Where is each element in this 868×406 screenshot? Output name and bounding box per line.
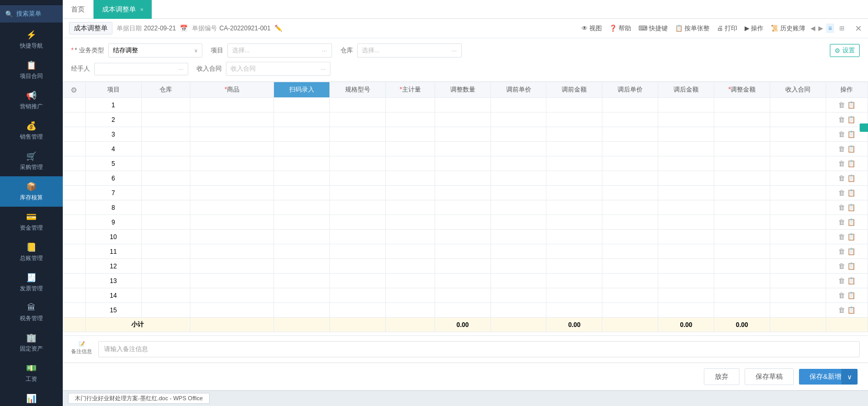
row-after-amount-cell-9[interactable] bbox=[658, 215, 714, 230]
row-warehouse-cell-1[interactable] bbox=[141, 98, 190, 112]
row-before-amount-cell-8[interactable] bbox=[546, 200, 602, 215]
row-delete-icon-9[interactable]: 🗑 bbox=[838, 218, 845, 226]
row-adj-qty-cell-3[interactable] bbox=[435, 127, 490, 142]
row-scan-cell-14[interactable] bbox=[274, 288, 330, 303]
row-after-amount-cell-7[interactable] bbox=[658, 186, 714, 200]
row-after-price-cell-9[interactable] bbox=[602, 215, 658, 230]
row-project-cell-10[interactable]: 10 bbox=[85, 230, 141, 244]
row-before-amount-cell-1[interactable] bbox=[546, 98, 602, 112]
row-warehouse-cell-13[interactable] bbox=[141, 274, 190, 288]
row-before-amount-cell-10[interactable] bbox=[546, 230, 602, 244]
toolbar-review-btn[interactable]: 📋 按单张整 bbox=[673, 23, 712, 34]
sidebar-item-inventory[interactable]: 📦 库存核算 bbox=[0, 176, 63, 207]
row-adj-qty-cell-5[interactable] bbox=[435, 156, 490, 171]
row-product-cell-5[interactable] bbox=[190, 156, 274, 171]
row-copy-icon-6[interactable]: 📋 bbox=[847, 174, 855, 182]
row-after-amount-cell-12[interactable] bbox=[658, 259, 714, 274]
row-unit-cell-8[interactable] bbox=[386, 200, 435, 215]
row-after-price-cell-7[interactable] bbox=[602, 186, 658, 200]
row-adj-amount-cell-12[interactable] bbox=[714, 259, 770, 274]
row-income-contract-cell-3[interactable] bbox=[770, 127, 826, 142]
sidebar-item-invoice[interactable]: 🧾 发票管理 bbox=[0, 267, 63, 298]
row-unit-cell-6[interactable] bbox=[386, 171, 435, 186]
row-delete-icon-1[interactable]: 🗑 bbox=[838, 101, 845, 109]
row-adj-qty-cell-9[interactable] bbox=[435, 215, 490, 230]
row-delete-icon-15[interactable]: 🗑 bbox=[838, 306, 845, 314]
row-before-price-cell-5[interactable] bbox=[490, 156, 546, 171]
row-scan-cell-5[interactable] bbox=[274, 156, 330, 171]
row-spec-cell-10[interactable] bbox=[330, 230, 386, 244]
row-delete-icon-14[interactable]: 🗑 bbox=[838, 291, 845, 299]
row-scan-cell-12[interactable] bbox=[274, 259, 330, 274]
row-unit-cell-14[interactable] bbox=[386, 288, 435, 303]
row-before-price-cell-2[interactable] bbox=[490, 112, 546, 127]
row-adj-qty-cell-13[interactable] bbox=[435, 274, 490, 288]
nav-prev-icon[interactable]: ◀ bbox=[810, 25, 815, 32]
row-spec-cell-5[interactable] bbox=[330, 156, 386, 171]
row-adj-qty-cell-4[interactable] bbox=[435, 142, 490, 156]
sidebar-item-ledger[interactable]: 📒 总账管理 bbox=[0, 237, 63, 267]
row-before-amount-cell-14[interactable] bbox=[546, 288, 602, 303]
handler-input[interactable]: ··· bbox=[94, 63, 188, 75]
row-delete-icon-7[interactable]: 🗑 bbox=[838, 189, 845, 197]
row-project-cell-1[interactable]: 1 bbox=[85, 98, 141, 112]
row-copy-icon-3[interactable]: 📋 bbox=[847, 130, 855, 138]
row-unit-cell-4[interactable] bbox=[386, 142, 435, 156]
toolbar-shortcut-btn[interactable]: ⌨ 快捷键 bbox=[636, 23, 670, 34]
row-warehouse-cell-12[interactable] bbox=[141, 259, 190, 274]
row-scan-cell-6[interactable] bbox=[274, 171, 330, 186]
row-before-amount-cell-9[interactable] bbox=[546, 215, 602, 230]
row-copy-icon-10[interactable]: 📋 bbox=[847, 233, 855, 241]
row-adj-qty-cell-7[interactable] bbox=[435, 186, 490, 200]
row-after-amount-cell-5[interactable] bbox=[658, 156, 714, 171]
row-unit-cell-1[interactable] bbox=[386, 98, 435, 112]
row-adj-amount-cell-11[interactable] bbox=[714, 244, 770, 259]
row-income-contract-cell-11[interactable] bbox=[770, 244, 826, 259]
row-project-cell-4[interactable]: 4 bbox=[85, 142, 141, 156]
row-before-price-cell-3[interactable] bbox=[490, 127, 546, 142]
row-adj-amount-cell-4[interactable] bbox=[714, 142, 770, 156]
row-product-cell-3[interactable] bbox=[190, 127, 274, 142]
sidebar-search[interactable]: 🔍 搜索菜单 bbox=[0, 5, 63, 22]
row-income-contract-cell-6[interactable] bbox=[770, 171, 826, 186]
row-product-cell-2[interactable] bbox=[190, 112, 274, 127]
row-adj-qty-cell-12[interactable] bbox=[435, 259, 490, 274]
row-before-price-cell-9[interactable] bbox=[490, 215, 546, 230]
taskbar-item[interactable]: 木门行业好业财处理方案-墨红红.doc - WPS Office bbox=[68, 393, 210, 404]
row-after-amount-cell-4[interactable] bbox=[658, 142, 714, 156]
row-warehouse-cell-2[interactable] bbox=[141, 112, 190, 127]
close-window-icon[interactable]: ✕ bbox=[855, 24, 862, 33]
row-scan-cell-10[interactable] bbox=[274, 230, 330, 244]
row-spec-cell-9[interactable] bbox=[330, 215, 386, 230]
row-adj-amount-cell-1[interactable] bbox=[714, 98, 770, 112]
row-before-amount-cell-4[interactable] bbox=[546, 142, 602, 156]
row-after-amount-cell-1[interactable] bbox=[658, 98, 714, 112]
row-adj-qty-cell-15[interactable] bbox=[435, 303, 490, 318]
row-after-price-cell-1[interactable] bbox=[602, 98, 658, 112]
row-project-cell-9[interactable]: 9 bbox=[85, 215, 141, 230]
row-income-contract-cell-10[interactable] bbox=[770, 230, 826, 244]
row-project-cell-7[interactable]: 7 bbox=[85, 186, 141, 200]
row-product-cell-12[interactable] bbox=[190, 259, 274, 274]
row-delete-icon-11[interactable]: 🗑 bbox=[838, 247, 845, 255]
row-adj-amount-cell-6[interactable] bbox=[714, 171, 770, 186]
row-income-contract-cell-9[interactable] bbox=[770, 215, 826, 230]
row-warehouse-cell-10[interactable] bbox=[141, 230, 190, 244]
row-warehouse-cell-8[interactable] bbox=[141, 200, 190, 215]
row-delete-icon-3[interactable]: 🗑 bbox=[838, 130, 845, 138]
row-delete-icon-12[interactable]: 🗑 bbox=[838, 262, 845, 270]
row-after-amount-cell-2[interactable] bbox=[658, 112, 714, 127]
row-adj-qty-cell-14[interactable] bbox=[435, 288, 490, 303]
sidebar-item-marketing[interactable]: 📢 营销推广 bbox=[0, 85, 63, 116]
row-unit-cell-10[interactable] bbox=[386, 230, 435, 244]
row-project-cell-5[interactable]: 5 bbox=[85, 156, 141, 171]
handler-dots[interactable]: ··· bbox=[178, 65, 184, 73]
toolbar-print-btn[interactable]: 🖨 打印 bbox=[715, 23, 739, 34]
toolbar-help-btn[interactable]: ❓ 帮助 bbox=[607, 23, 633, 34]
sidebar-item-sales[interactable]: 💰 销售管理 bbox=[0, 116, 63, 146]
project-input[interactable]: 选择... ··· bbox=[227, 43, 332, 58]
row-after-price-cell-11[interactable] bbox=[602, 244, 658, 259]
row-before-price-cell-10[interactable] bbox=[490, 230, 546, 244]
row-income-contract-cell-14[interactable] bbox=[770, 288, 826, 303]
sidebar-item-purchase[interactable]: 🛒 采购管理 bbox=[0, 146, 63, 176]
